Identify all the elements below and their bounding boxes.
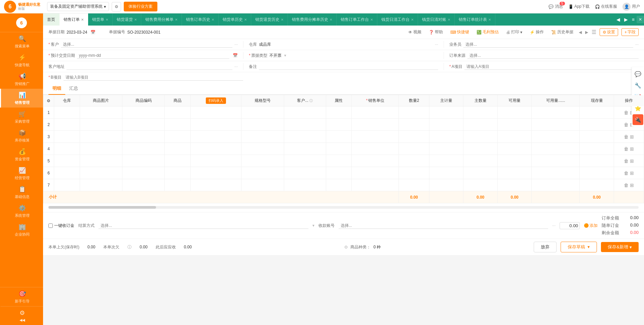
- row-1-product[interactable]: [165, 107, 191, 119]
- row-4-attribute[interactable]: [326, 143, 352, 155]
- current-debt-info[interactable]: ⓘ: [127, 244, 131, 250]
- row-3-product[interactable]: [165, 131, 191, 143]
- row-7-main-qty[interactable]: [463, 179, 498, 191]
- row-7-sales-unit[interactable]: [352, 179, 399, 191]
- warehouse-dots[interactable]: ···: [435, 42, 438, 47]
- one-click-check[interactable]: [48, 224, 53, 228]
- tab-close-reconcile[interactable]: ✕: [448, 18, 450, 22]
- row-7-warehouse[interactable]: [54, 179, 80, 191]
- row-6-customer-code[interactable]: [284, 167, 326, 179]
- calendar-icon[interactable]: 📅: [90, 30, 96, 35]
- row-2-warehouse[interactable]: [54, 119, 80, 131]
- row-1-warehouse[interactable]: [54, 107, 80, 119]
- save-new-arrow[interactable]: ▾: [630, 245, 632, 250]
- row-4-warehouse[interactable]: [54, 143, 80, 155]
- tab-close-workbench[interactable]: ✕: [370, 18, 373, 22]
- customer-dots[interactable]: ···: [234, 42, 238, 47]
- row-5-quantity2[interactable]: [399, 155, 429, 167]
- invoice-arrow[interactable]: ▾: [284, 53, 286, 58]
- sidebar-item-inventory[interactable]: 📦 库存核算: [0, 126, 43, 145]
- tab-menu-btn[interactable]: ≡: [630, 17, 637, 22]
- row-3-product-code[interactable]: [122, 131, 164, 143]
- row-4-customer-code[interactable]: [284, 143, 326, 155]
- tab-close-goods-history[interactable]: ✕: [244, 18, 247, 22]
- row-3-copy-icon[interactable]: ⊞: [630, 134, 634, 139]
- tab-prev-btn[interactable]: ◀: [614, 17, 622, 22]
- tab-next-btn[interactable]: ▶: [622, 17, 630, 22]
- plan-button[interactable]: 体验行业方案: [124, 2, 157, 11]
- tab-return-history[interactable]: 销货退货历史 ✕: [251, 13, 288, 26]
- row-2-delete-icon[interactable]: 🗑: [624, 122, 629, 127]
- tab-close-goods[interactable]: ✕: [106, 18, 108, 22]
- row-1-product-code[interactable]: [122, 107, 164, 119]
- row-7-spec[interactable]: [241, 179, 284, 191]
- help-btn[interactable]: ❓ 帮助: [427, 29, 445, 36]
- tab-close-sales-order[interactable]: ✕: [81, 18, 84, 22]
- system-name-selector[interactable]: 装备及固定资产辅助管理系统 ▾: [47, 2, 109, 11]
- tab-sales-order[interactable]: 销售订单 ✕: [60, 13, 88, 26]
- sidebar-item-operation[interactable]: 📈 经营管理: [0, 164, 43, 183]
- payment-method-input[interactable]: [99, 222, 308, 229]
- account-input[interactable]: [339, 222, 548, 229]
- profit-btn[interactable]: 💹 毛利预估: [475, 29, 501, 36]
- panel-icon-chat[interactable]: 💬: [633, 69, 643, 79]
- sidebar-item-quick[interactable]: ⚡ 快捷导航: [0, 51, 43, 70]
- row-3-delete-icon[interactable]: 🗑: [624, 134, 629, 139]
- print-btn[interactable]: 🖨 打印 ▾: [504, 29, 524, 36]
- row-3-main-qty[interactable]: [463, 131, 498, 143]
- next-record-btn[interactable]: ▶: [585, 30, 588, 35]
- customer-input[interactable]: [61, 41, 232, 48]
- tab-close-expense-history[interactable]: ✕: [330, 18, 332, 22]
- sidebar-item-sales[interactable]: 📊 销售管理: [0, 89, 43, 108]
- tab-sales-goods[interactable]: 销货单 ✕: [88, 13, 113, 26]
- row-7-customer-code[interactable]: [284, 179, 326, 191]
- row-5-main-qty[interactable]: [463, 155, 498, 167]
- col-settings[interactable]: ⚙: [43, 95, 54, 107]
- tab-close-return-history[interactable]: ✕: [281, 18, 283, 22]
- amount-input[interactable]: [560, 222, 580, 229]
- row-1-attribute[interactable]: [326, 107, 352, 119]
- row-3-sales-unit[interactable]: [352, 131, 399, 143]
- message-icon[interactable]: 💬 消息 5: [548, 4, 563, 9]
- scan-button[interactable]: 扫码录入: [206, 97, 226, 104]
- row-4-main-qty[interactable]: [463, 143, 498, 155]
- detail-tab-detail[interactable]: 明细: [48, 83, 65, 95]
- row-5-sales-unit[interactable]: [352, 155, 399, 167]
- staff-input[interactable]: [463, 41, 633, 48]
- row-7-delete-icon[interactable]: 🗑: [624, 182, 629, 188]
- row-7-quantity2[interactable]: [399, 179, 429, 191]
- tab-stats[interactable]: 销售订单统计表 ✕: [455, 13, 495, 26]
- row-4-sales-unit[interactable]: [352, 143, 399, 155]
- tab-order-workbench[interactable]: 销售订单工作台 ✕: [337, 13, 377, 26]
- save-new-button[interactable]: 保存&新增 ▾: [601, 242, 639, 252]
- row-6-product-code[interactable]: [122, 167, 164, 179]
- set-button[interactable]: ⚙ 设置: [600, 28, 618, 36]
- tab-close-stats[interactable]: ✕: [488, 18, 491, 22]
- discard-button[interactable]: 放弃: [534, 242, 557, 252]
- row-1-delete-icon[interactable]: 🗑: [624, 110, 629, 115]
- sidebar-item-search[interactable]: 🔍 搜索菜单: [0, 32, 43, 51]
- account-dots[interactable]: ···: [552, 223, 556, 228]
- tab-expense[interactable]: 销售费用分摊单 ✕: [141, 13, 182, 26]
- tab-order-history[interactable]: 销售订单历史 ✕: [182, 13, 219, 26]
- row-6-product[interactable]: [165, 167, 191, 179]
- row-6-attribute[interactable]: [326, 167, 352, 179]
- address-input[interactable]: [67, 64, 232, 70]
- row-5-customer-code[interactable]: [284, 155, 326, 167]
- history-btn[interactable]: 📜 历史单据: [549, 29, 575, 36]
- tab-home[interactable]: 首页: [43, 13, 60, 26]
- row-2-attribute[interactable]: [326, 119, 352, 131]
- row-5-spec[interactable]: [241, 155, 284, 167]
- date-value[interactable]: 2023-03-24: [67, 30, 87, 35]
- sidebar-item-basic[interactable]: 📋 基础信息: [0, 183, 43, 202]
- panel-icon-settings[interactable]: 🔧: [633, 80, 643, 91]
- row-4-quantity2[interactable]: [399, 143, 429, 155]
- row-2-main-qty[interactable]: [463, 119, 498, 131]
- row-3-spec[interactable]: [241, 131, 284, 143]
- sidebar-item-enterprise[interactable]: 🏢 企业协同: [0, 220, 43, 239]
- row-7-attribute[interactable]: [326, 179, 352, 191]
- row-4-spec[interactable]: [241, 143, 284, 155]
- row-4-copy-icon[interactable]: ⊞: [630, 146, 634, 152]
- tab-close-return[interactable]: ✕: [134, 18, 137, 22]
- row-6-main-qty[interactable]: [463, 167, 498, 179]
